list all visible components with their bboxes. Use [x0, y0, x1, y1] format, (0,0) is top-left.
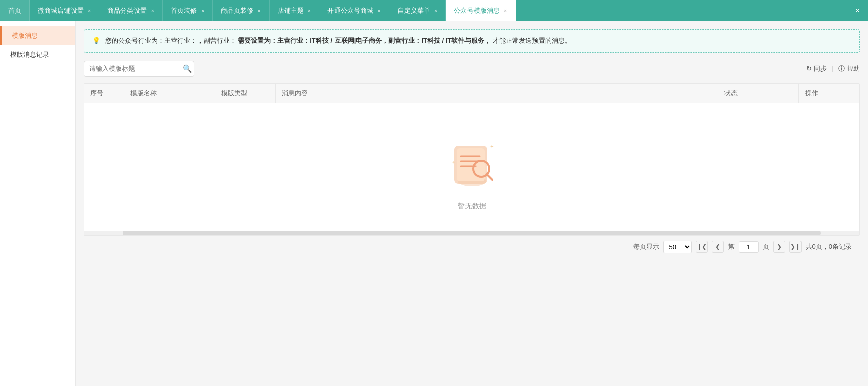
close-all-button[interactable]: ×	[847, 0, 868, 21]
page-word: 页	[763, 242, 769, 251]
empty-text: 暂无数据	[458, 202, 486, 211]
tab-homepage-label: 首页装修	[171, 6, 197, 15]
close-tab-custommenu[interactable]: ×	[434, 8, 437, 14]
tab-product[interactable]: 商品页装修 ×	[213, 0, 269, 21]
sync-button[interactable]: ↻ 同步	[806, 64, 827, 73]
help-icon: ⓘ	[838, 64, 845, 73]
search-actions: ↻ 同步 | ⓘ 帮助	[806, 64, 860, 73]
close-tab-openstore[interactable]: ×	[377, 8, 380, 14]
tab-openstore[interactable]: 开通公众号商城 ×	[319, 0, 389, 21]
tab-template[interactable]: 公众号模版消息 ×	[446, 0, 515, 21]
help-label: 帮助	[847, 64, 860, 73]
table-header: 序号 模版名称 模版类型 消息内容 状态 操作	[84, 84, 859, 103]
tab-home-label: 首页	[8, 6, 21, 15]
page-di-word: 第	[728, 242, 735, 251]
col-action: 操作	[799, 84, 859, 103]
sidebar-item-template-msg-label: 模版消息	[12, 32, 38, 39]
tab-weshop-label: 微商城店铺设置	[38, 6, 84, 15]
tab-openstore-label: 开通公众号商城	[327, 6, 373, 15]
search-button[interactable]: 🔍	[179, 61, 194, 76]
scrollbar-area[interactable]	[84, 231, 859, 235]
page-size-select[interactable]: 50 10 20 100	[663, 241, 692, 253]
tab-product-label: 商品页装修	[221, 6, 253, 15]
tab-custommenu[interactable]: 自定义菜单 ×	[389, 0, 446, 21]
search-input-container: 🔍	[84, 61, 194, 77]
page-total: 共0页，0条记录	[806, 242, 852, 251]
prev-page-button[interactable]: ❮	[712, 241, 724, 253]
notice-box: 💡 您的公众号行业为：主营行业：，副营行业： 需要设置为：主营行业：IT科技 /…	[84, 29, 860, 53]
sidebar: 模版消息 模版消息记录	[0, 21, 76, 386]
tab-home[interactable]: 首页	[0, 0, 30, 21]
notice-highlight: 需要设置为：主营行业：IT科技 / 互联网|电子商务，副营行业：IT科技 / I…	[238, 37, 491, 44]
col-status: 状态	[718, 84, 799, 103]
notice-suffix: 才能正常发送预置的消息。	[493, 37, 571, 44]
help-button[interactable]: ⓘ 帮助	[838, 64, 860, 73]
tab-theme-label: 店铺主题	[278, 6, 304, 15]
lightbulb-icon: 💡	[92, 37, 100, 44]
search-icon: 🔍	[183, 64, 192, 73]
svg-point-7	[475, 163, 487, 175]
close-tab-weshop[interactable]: ×	[88, 8, 91, 14]
tab-category-label: 商品分类设置	[107, 6, 147, 15]
svg-text:✦: ✦	[452, 160, 455, 165]
table-container: 序号 模版名称 模版类型 消息内容 状态 操作	[84, 83, 860, 236]
tab-weshop[interactable]: 微商城店铺设置 ×	[30, 0, 99, 21]
tab-custommenu-label: 自定义菜单	[397, 6, 430, 15]
close-tab-theme[interactable]: ×	[308, 8, 311, 14]
sidebar-item-template-record[interactable]: 模版消息记录	[0, 45, 75, 64]
col-index: 序号	[84, 84, 124, 103]
empty-state: ✦ ✦ 暂无数据	[84, 103, 859, 231]
content-area: 💡 您的公众号行业为：主营行业：，副营行业： 需要设置为：主营行业：IT科技 /…	[76, 21, 868, 386]
col-type: 模版类型	[215, 84, 276, 103]
close-tab-homepage[interactable]: ×	[201, 8, 204, 14]
sidebar-item-template-record-label: 模版消息记录	[10, 51, 49, 58]
notice-prefix: 您的公众号行业为：主营行业：，副营行业：	[105, 37, 236, 44]
tab-template-label: 公众号模版消息	[454, 6, 500, 15]
close-tab-category[interactable]: ×	[151, 8, 154, 14]
col-content: 消息内容	[276, 84, 718, 103]
scrollbar-track	[123, 231, 821, 235]
tab-theme[interactable]: 店铺主题 ×	[270, 0, 319, 21]
last-page-button[interactable]: ❯❙	[789, 241, 802, 253]
col-name: 模版名称	[124, 84, 215, 103]
page-number-input[interactable]	[739, 241, 759, 253]
close-tab-product[interactable]: ×	[257, 8, 260, 14]
sidebar-item-template-msg[interactable]: 模版消息	[0, 26, 75, 45]
tab-category[interactable]: 商品分类设置 ×	[99, 0, 162, 21]
next-page-button[interactable]: ❯	[773, 241, 785, 253]
svg-line-8	[487, 174, 492, 180]
empty-icon: ✦ ✦	[442, 133, 502, 194]
divider: |	[832, 65, 833, 72]
sync-icon: ↻	[806, 65, 812, 72]
svg-text:✦: ✦	[490, 144, 494, 149]
main-layout: 模版消息 模版消息记录 💡 您的公众号行业为：主营行业：，副营行业： 需要设置为…	[0, 21, 868, 386]
tab-homepage[interactable]: 首页装修 ×	[163, 0, 213, 21]
search-input[interactable]	[84, 62, 179, 75]
pagination: 每页显示 50 10 20 100 ❙❮ ❮ 第 页 ❯ ❯❙ 共0页，0条记录	[84, 236, 860, 258]
first-page-button[interactable]: ❙❮	[696, 241, 708, 253]
top-navigation: 首页 微商城店铺设置 × 商品分类设置 × 首页装修 × 商品页装修 × 店铺主…	[0, 0, 868, 21]
page-size-label: 每页显示	[633, 242, 659, 251]
sync-label: 同步	[814, 64, 827, 73]
search-bar: 🔍 ↻ 同步 | ⓘ 帮助	[84, 61, 860, 77]
close-tab-template[interactable]: ×	[504, 8, 507, 14]
